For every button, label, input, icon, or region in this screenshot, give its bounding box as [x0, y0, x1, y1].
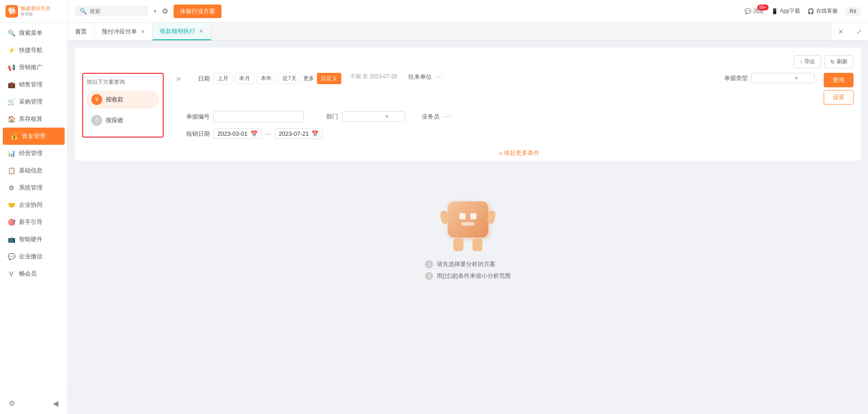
collapse-left-btn[interactable]: »: [173, 73, 184, 84]
online-service-btn[interactable]: 🎧 在线客服: [807, 7, 838, 15]
tab-label-2: 收款核销执行: [160, 27, 195, 35]
doc-type-select[interactable]: ▾: [751, 73, 815, 83]
nav-label-10: 企业协同: [19, 201, 42, 209]
empty-text: 1 请先选择要分析的方案 2 用[过滤]条件来缩小分析范围: [425, 260, 510, 280]
doc-number-filter: 单据编号: [184, 111, 304, 122]
expand-window-btn[interactable]: ⤢: [850, 23, 868, 41]
nav-label-3: 销售管理: [19, 81, 42, 89]
logo-icon: 畅: [5, 5, 18, 18]
search-input[interactable]: [90, 8, 144, 14]
date-btn-this-year[interactable]: 本年: [257, 73, 276, 84]
tab-0[interactable]: 首页: [68, 23, 94, 40]
topbar-gear-icon[interactable]: ⚙: [162, 7, 168, 15]
tab-1[interactable]: 预付冲应付单✕: [94, 23, 153, 40]
message-icon: 💬: [745, 8, 751, 14]
counterpart-dots[interactable]: ···: [435, 73, 444, 81]
nav-icon-4: 🛒: [7, 98, 15, 106]
industry-btn[interactable]: 休验行业方案: [174, 5, 222, 18]
nav-label-13: 企业微信: [19, 252, 42, 261]
main-area: 🔍 ▾ ⚙ 休验行业方案 💬 消息 99+ 📱 App下载 🎧 在线客服 Rit: [68, 0, 868, 414]
tab-close-2[interactable]: ✕: [199, 28, 203, 34]
topbar: 🔍 ▾ ⚙ 休验行业方案 💬 消息 99+ 📱 App下载 🎧 在线客服 Rit: [68, 0, 868, 23]
nav-label-1: 快捷导航: [19, 46, 42, 54]
sidebar-item-4[interactable]: 🛒采购管理: [0, 93, 67, 110]
sidebar-item-2[interactable]: 📢营销推广: [0, 59, 67, 76]
nav-label-11: 新手引导: [19, 218, 42, 226]
export-button[interactable]: ↑ 导出: [794, 55, 821, 68]
close-window-btn[interactable]: ✕: [832, 23, 850, 41]
nav-label-7: 经营管理: [19, 149, 42, 157]
filter-area: 按以下方案查询 ¥ 按收款 ⏱ 按应收 »: [82, 73, 854, 161]
sidebar-item-13[interactable]: 💬企业微信: [0, 248, 67, 265]
dept-select[interactable]: ▾: [342, 111, 405, 122]
tab-close-1[interactable]: ✕: [141, 29, 145, 35]
query-button[interactable]: 查询: [824, 73, 854, 87]
sidebar-bottom: ⚙ ◀: [0, 392, 67, 414]
nav-label-0: 搜索菜单: [19, 29, 42, 37]
sidebar-item-6[interactable]: 💰资金管理: [3, 128, 65, 145]
sidebar-item-1[interactable]: ⚡快捷导航: [0, 42, 67, 59]
refresh-button[interactable]: ↻ 刷新: [825, 55, 854, 68]
filter-option-by-receipt[interactable]: ¥ 按收款: [87, 90, 159, 109]
filter-left-panel: 按以下方案查询 ¥ 按收款 ⏱ 按应收: [82, 73, 164, 138]
collapse-more-btn[interactable]: « 收起更多条件: [184, 145, 854, 161]
query-btn-group: 查询 设置: [824, 73, 854, 105]
settings-icon[interactable]: ⚙: [5, 397, 18, 409]
sidebar-item-0[interactable]: 🔍搜索菜单: [0, 24, 67, 42]
nav-icon-11: 🎯: [7, 218, 15, 226]
sidebar-item-10[interactable]: 🤝企业协同: [0, 196, 67, 214]
hint-text-2: 用[过滤]条件来缩小分析范围: [437, 272, 510, 280]
collapse-icon[interactable]: ◀: [49, 397, 62, 409]
empty-hint-2: 2 用[过滤]条件来缩小分析范围: [425, 272, 510, 280]
date-to-label: 至: [363, 73, 369, 80]
user-name[interactable]: Rit: [845, 7, 861, 16]
content-area: ↑ 导出 ↻ 刷新 按以下方案查询 ¥ 按收款 ⏱: [68, 41, 868, 414]
doc-type-label: 单据类型: [722, 74, 748, 82]
settings-button[interactable]: 设置: [824, 90, 854, 105]
tab-2[interactable]: 收款核销执行✕: [153, 23, 211, 40]
sidebar-nav: 🔍搜索菜单⚡快捷导航📢营销推广💼销售管理🛒采购管理🏠库存核算💰资金管理📊经营管理…: [0, 23, 67, 392]
writeoff-end-input[interactable]: 2023-07-21 📅: [275, 128, 323, 139]
topbar-search-box[interactable]: 🔍: [75, 6, 148, 16]
filter-row-1: 日期 上月 本月 本年 近7天 更多 自定义: [184, 73, 854, 105]
sidebar-item-7[interactable]: 📊经营管理: [0, 145, 67, 162]
date-btn-7days[interactable]: 近7天: [278, 73, 301, 84]
robot-leg-left: [453, 238, 463, 251]
writeoff-end-cal-icon[interactable]: 📅: [311, 130, 319, 137]
salesman-dots[interactable]: ···: [443, 113, 452, 121]
sidebar-item-9[interactable]: ⚙系统管理: [0, 179, 67, 196]
sidebar-item-11[interactable]: 🎯新手引导: [0, 214, 67, 231]
filter-row-2: 单据编号 部门 ▾ 业务员 ···: [184, 111, 854, 122]
sidebar-item-12[interactable]: 📺智能硬件: [0, 231, 67, 248]
date-btn-last-month[interactable]: 上月: [213, 73, 232, 84]
app-download-btn[interactable]: 📱 App下载: [771, 7, 800, 15]
date-btn-custom[interactable]: 自定义: [317, 73, 341, 84]
doc-number-input[interactable]: [213, 111, 304, 122]
sidebar-item-5[interactable]: 🏠库存核算: [0, 110, 67, 128]
writeoff-end-value: 2023-07-21: [279, 130, 309, 137]
date-btn-this-month[interactable]: 本月: [235, 73, 254, 84]
receivable-label: 按应收: [106, 116, 123, 124]
export-icon: ↑: [800, 59, 802, 65]
date-filter: 日期 上月 本月 本年 近7天 更多 自定义: [184, 73, 341, 84]
empty-state: 1 请先选择要分析的方案 2 用[过滤]条件来缩小分析范围: [75, 161, 861, 298]
filter-option-by-receivable[interactable]: ⏱ 按应收: [87, 111, 159, 129]
sidebar-item-8[interactable]: 📋基础信息: [0, 162, 67, 179]
topbar-dropdown-icon[interactable]: ▾: [154, 8, 156, 14]
salesman-filter: 业务员 ···: [414, 113, 452, 121]
nav-label-8: 基础信息: [19, 167, 42, 175]
sidebar-item-14[interactable]: V畅会员: [0, 265, 67, 282]
writeoff-start-cal-icon[interactable]: 📅: [250, 130, 258, 137]
writeoff-start-input[interactable]: 2023-03-01 📅: [213, 128, 262, 139]
nav-label-4: 采购管理: [19, 98, 42, 106]
nav-label-6: 资金管理: [22, 132, 45, 140]
sidebar-item-3[interactable]: 💼销售管理: [0, 76, 67, 93]
nav-label-9: 系统管理: [19, 184, 42, 192]
date-more-btn[interactable]: 更多: [303, 75, 314, 82]
tabbar: 首页预付冲应付单✕收款核销执行✕✕⤢: [68, 23, 868, 41]
filter-panel-title: 按以下方案查询: [87, 78, 159, 86]
hint-text-1: 请先选择要分析的方案: [437, 260, 495, 268]
nav-icon-12: 📺: [7, 235, 15, 243]
filter-row-3: 核销日期 2023-03-01 📅 — 2023-07-21 📅: [184, 128, 854, 139]
messages-btn[interactable]: 💬 消息 99+: [745, 7, 764, 15]
